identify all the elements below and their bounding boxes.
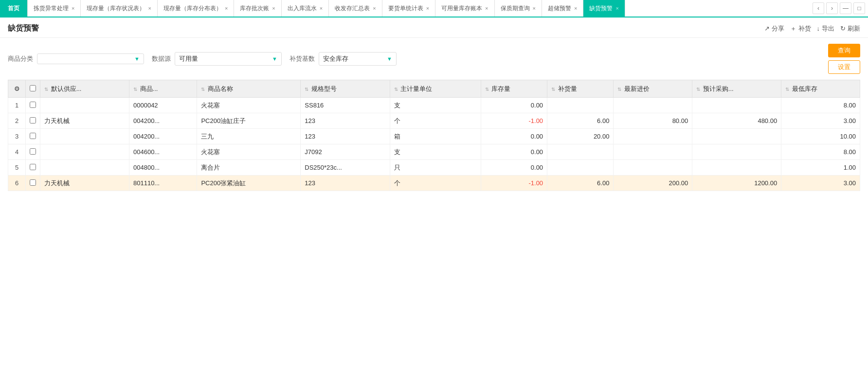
supplier-cell — [40, 144, 129, 160]
column-unit[interactable]: ⇅ 主计量单位 — [390, 80, 481, 98]
tab-home[interactable]: 首页 — [0, 0, 28, 17]
tab-close-icon[interactable]: × — [426, 5, 429, 11]
category-select[interactable]: ▼ — [37, 53, 144, 64]
product-name-cell: PC200油缸庄子 — [197, 113, 301, 129]
product-name-cell: 离合片 — [197, 160, 301, 176]
row-checkbox[interactable] — [30, 133, 36, 139]
tab-bar: 首页拣货异常处理×现存量（库存状况表）×现存量（库存分布表）×库存批次账×出入库… — [0, 0, 868, 18]
tab-scroll-right[interactable]: › — [826, 2, 838, 14]
row-checkbox-cell[interactable] — [26, 129, 40, 144]
tab-close-icon[interactable]: × — [533, 5, 536, 11]
select-all-checkbox[interactable] — [30, 85, 36, 91]
replenish-base-select[interactable]: 安全库存 ▼ — [319, 52, 397, 66]
tab-inventory-dist[interactable]: 现存量（库存分布表）× — [158, 0, 234, 17]
stock-cell: 0.00 — [481, 160, 547, 176]
table-body: 10000042火花塞SS816支0.008.002力天机械004200...P… — [8, 98, 860, 191]
row-checkbox[interactable] — [30, 148, 36, 155]
column-replenish-qty[interactable]: ⇅ 补货量 — [547, 80, 614, 98]
column-min-stock[interactable]: ⇅ 最低库存 — [781, 80, 860, 98]
replenish-button[interactable]: ＋ 补货 — [790, 24, 811, 33]
min-stock-cell: 3.00 — [781, 113, 860, 129]
tab-close-icon[interactable]: × — [615, 5, 618, 11]
column-settings[interactable]: ⚙ — [8, 80, 26, 98]
tab-receive-summary[interactable]: 收发存汇总表× — [329, 0, 382, 17]
row-checkbox-cell[interactable] — [26, 176, 40, 191]
estimated-purchase-cell — [692, 98, 781, 113]
row-checkbox-cell[interactable] — [26, 113, 40, 129]
product-code-cell: 801110... — [129, 176, 197, 191]
row-checkbox[interactable] — [30, 117, 36, 123]
datasource-filter-group: 数据源 可用量 ▼ — [152, 52, 282, 66]
tab-order-stats[interactable]: 要货单统计表× — [382, 0, 435, 17]
column-estimated-purchase[interactable]: ⇅ 预计采购... — [692, 80, 781, 98]
row-number: 5 — [8, 160, 26, 176]
unit-cell: 个 — [390, 176, 481, 191]
column-default-supplier[interactable]: ⇅ 默认供应... — [40, 80, 129, 98]
row-checkbox-cell[interactable] — [26, 98, 40, 113]
row-checkbox-cell[interactable] — [26, 144, 40, 160]
share-button[interactable]: ↗ 分享 — [764, 24, 784, 33]
row-checkbox-cell[interactable] — [26, 160, 40, 176]
latest-price-cell — [614, 129, 692, 144]
column-product-code[interactable]: ⇅ 商品... — [129, 80, 197, 98]
row-checkbox[interactable] — [30, 179, 36, 186]
row-number: 3 — [8, 129, 26, 144]
unit-cell: 支 — [390, 98, 481, 113]
product-code-cell: 0000042 — [129, 98, 197, 113]
sort-icon: ⇅ — [617, 87, 621, 92]
product-code-cell: 004200... — [129, 129, 197, 144]
sort-icon: ⇅ — [485, 87, 489, 92]
column-latest-price[interactable]: ⇅ 最新进价 — [614, 80, 692, 98]
tab-close-icon[interactable]: × — [574, 5, 577, 11]
window-maximize[interactable]: □ — [853, 2, 865, 14]
refresh-button[interactable]: ↻ 刷新 — [840, 24, 860, 33]
settings-button[interactable]: 设置 — [828, 60, 860, 74]
product-name-cell: PC200张紧油缸 — [197, 176, 301, 191]
sort-icon: ⇅ — [305, 87, 308, 92]
tab-close-icon[interactable]: × — [272, 5, 275, 11]
spec-cell: 123 — [301, 113, 390, 129]
column-product-name[interactable]: ⇅ 商品名称 — [197, 80, 301, 98]
sort-icon: ⇅ — [696, 87, 700, 92]
query-button[interactable]: 查询 — [828, 44, 860, 57]
tab-expiry[interactable]: 保质期查询× — [495, 0, 542, 17]
supplier-cell: 力天机械 — [40, 113, 129, 129]
tab-scroll-left[interactable]: ‹ — [813, 2, 824, 14]
column-checkbox-all[interactable] — [26, 80, 40, 98]
latest-price-cell — [614, 160, 692, 176]
spec-cell: DS250*23c... — [301, 160, 390, 176]
replenish-qty-cell: 6.00 — [547, 176, 614, 191]
window-minimize[interactable]: — — [840, 2, 851, 14]
stock-cell: 0.00 — [481, 144, 547, 160]
tab-close-icon[interactable]: × — [72, 5, 74, 11]
stock-cell: -1.00 — [481, 113, 547, 129]
min-stock-cell: 8.00 — [781, 144, 860, 160]
export-button[interactable]: ↓ 导出 — [817, 24, 835, 33]
latest-price-cell: 80.00 — [614, 113, 692, 129]
page-header: 缺货预警 ↗ 分享 ＋ 补货 ↓ 导出 ↻ 刷新 — [0, 18, 868, 38]
tab-inventory-status[interactable]: 现存量（库存状况表）× — [81, 0, 157, 17]
stock-cell: 0.00 — [481, 98, 547, 113]
tab-close-icon[interactable]: × — [320, 5, 323, 11]
table-row: 6力天机械801110...PC200张紧油缸123个-1.006.00200.… — [8, 176, 860, 191]
tab-close-icon[interactable]: × — [148, 5, 151, 11]
tab-close-icon[interactable]: × — [373, 5, 376, 11]
datasource-select[interactable]: 可用量 ▼ — [175, 52, 282, 66]
refresh-icon: ↻ — [840, 25, 846, 32]
tab-batch[interactable]: 库存批次账× — [234, 0, 281, 17]
column-spec[interactable]: ⇅ 规格型号 — [301, 80, 390, 98]
tab-shortage[interactable]: 缺货预警× — [583, 0, 625, 17]
row-checkbox[interactable] — [30, 102, 36, 108]
unit-cell: 箱 — [390, 129, 481, 144]
tab-abnormal[interactable]: 拣货异常处理× — [28, 0, 81, 17]
category-label: 商品分类 — [8, 54, 33, 63]
tab-overstock[interactable]: 超储预警× — [542, 0, 583, 17]
replenish-qty-cell — [547, 98, 614, 113]
tab-close-icon[interactable]: × — [225, 5, 228, 11]
table-row: 3004200...三九123箱0.0020.0010.00 — [8, 129, 860, 144]
tab-inout-flow[interactable]: 出入库流水× — [282, 0, 329, 17]
tab-close-icon[interactable]: × — [485, 5, 488, 11]
column-stock[interactable]: ⇅ 库存量 — [481, 80, 547, 98]
row-checkbox[interactable] — [30, 164, 36, 170]
tab-available-ledger[interactable]: 可用量库存账本× — [435, 0, 494, 17]
